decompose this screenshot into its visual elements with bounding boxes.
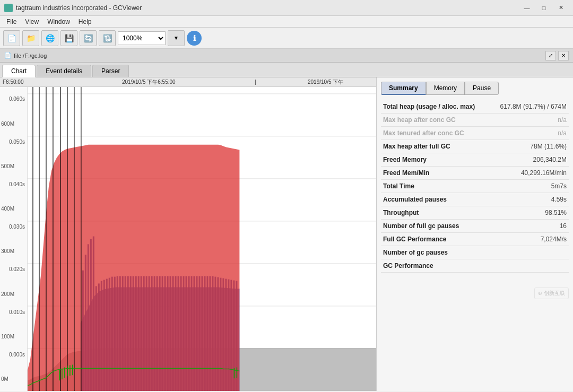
time-label-2: | [255,79,256,85]
summary-label-10: Full GC Performance [381,233,484,246]
right-panel: Summary Memory Pause Total heap (usage /… [377,77,573,391]
summary-label-7: Accumulated pauses [381,193,484,206]
summary-value-7: 4.59s [484,193,569,206]
file-path-text: file:/F:/gc.log [14,53,47,59]
svg-marker-70 [28,145,239,391]
open-button[interactable]: 📁 [22,30,39,46]
title-bar: tagtraum industries incorporated - GCVie… [0,0,573,16]
y-axis-memory: 600M 500M 400M 300M 200M 100M 0M 0.060s … [0,87,28,391]
summary-value-8: 98.51% [484,206,569,220]
zoom-down-button[interactable]: ▼ [168,30,185,46]
y-mem-200: 200M [1,291,14,297]
summary-row-12: GC Performance [381,259,569,273]
reload-button[interactable]: 🔃 [99,30,116,46]
summary-value-1: n/a [484,114,569,127]
y-mem-100: 100M [1,333,14,339]
summary-value-0: 617.8M (91.7%) / 674M [484,100,569,114]
y-mem-600: 600M [1,120,14,126]
menu-window[interactable]: Window [43,17,74,27]
menu-help[interactable]: Help [74,17,96,27]
minimize-button[interactable]: — [519,2,535,14]
summary-value-6: 5m7s [484,180,569,193]
summary-value-9: 16 [484,220,569,233]
summary-value-2: n/a [484,127,569,140]
summary-label-8: Throughput [381,206,484,220]
menu-file[interactable]: File [2,17,21,27]
summary-tab-summary[interactable]: Summary [381,82,426,95]
window-controls: — □ ✕ [519,2,569,14]
tab-event-details[interactable]: Event details [37,65,91,77]
summary-row-11: Number of gc pauses [381,246,569,259]
summary-label-9: Number of full gc pauses [381,220,484,233]
web-button[interactable]: 🌐 [41,30,58,46]
summary-tab-pause[interactable]: Pause [465,82,499,95]
summary-table: Total heap (usage / alloc. max) 617.8M (… [381,100,569,273]
summary-label-12: GC Performance [381,259,484,273]
save-button[interactable]: 💾 [60,30,77,46]
time-label-1: 2019/10/5 下午6:55:00 [122,79,176,86]
y-time-003: 0.030s [9,224,25,230]
time-label-0: F6:50:00 [3,79,23,85]
tab-chart[interactable]: Chart [2,65,36,77]
summary-row-6: Total Time 5m7s [381,180,569,193]
app-icon [4,4,13,12]
time-label-3: 2019/10/5 下午 [308,79,343,86]
summary-row-0: Total heap (usage / alloc. max) 617.8M (… [381,100,569,114]
y-time-006: 0.060s [9,96,25,102]
summary-row-1: Max heap after conc GC n/a [381,114,569,127]
summary-tab-memory[interactable]: Memory [426,82,465,95]
summary-value-10: 7,024M/s [484,233,569,246]
file-icon: 📄 [4,52,12,59]
file-ctrl-close[interactable]: ✕ [558,51,569,60]
zoom-select[interactable]: 100% 200% 500% 1000% 2000% [118,31,166,45]
y-mem-0: 0M [1,376,8,382]
summary-label-11: Number of gc pauses [381,246,484,259]
summary-value-3: 78M (11.6%) [484,140,569,153]
summary-value-12 [484,259,569,273]
summary-label-2: Max tenured after conc GC [381,127,484,140]
summary-row-3: Max heap after full GC 78M (11.6%) [381,140,569,153]
summary-row-10: Full GC Performance 7,024M/s [381,233,569,246]
chart-area[interactable]: F6:50:00 2019/10/5 下午6:55:00 | 2019/10/5… [0,77,377,391]
y-time-000: 0.000s [9,351,25,357]
menu-bar: File View Window Help [0,16,573,28]
watermark-area: ⊕ 创新互联 [381,278,569,299]
info-button[interactable]: ℹ [187,31,202,46]
window-title: tagtraum industries incorporated - GCVie… [16,4,142,12]
gc-chart-svg [28,87,376,391]
file-bar: 📄 file:/F:/gc.log ⤢ ✕ [0,49,573,63]
summary-label-6: Total Time [381,180,484,193]
summary-label-5: Freed Mem/Min [381,167,484,180]
menu-view[interactable]: View [21,17,43,27]
file-ctrl-expand[interactable]: ⤢ [545,51,556,60]
summary-row-9: Number of full gc pauses 16 [381,220,569,233]
chart-plot[interactable] [28,87,376,391]
summary-tab-bar: Summary Memory Pause [381,82,569,95]
y-time-002: 0.020s [9,266,25,272]
summary-row-2: Max tenured after conc GC n/a [381,127,569,140]
close-button[interactable]: ✕ [553,2,569,14]
summary-value-11 [484,246,569,259]
summary-label-3: Max heap after full GC [381,140,484,153]
summary-row-8: Throughput 98.51% [381,206,569,220]
summary-label-1: Max heap after conc GC [381,114,484,127]
tab-parser[interactable]: Parser [92,65,129,77]
maximize-button[interactable]: □ [536,2,552,14]
summary-row-4: Freed Memory 206,340.2M [381,153,569,167]
tab-bar: Chart Event details Parser [0,63,573,77]
summary-label-4: Freed Memory [381,153,484,167]
y-mem-400: 400M [1,206,14,212]
summary-row-7: Accumulated pauses 4.59s [381,193,569,206]
summary-row-5: Freed Mem/Min 40,299.16M/min [381,167,569,180]
y-mem-300: 300M [1,248,14,254]
main-content: F6:50:00 2019/10/5 下午6:55:00 | 2019/10/5… [0,77,573,391]
y-time-001: 0.010s [9,309,25,315]
time-axis: F6:50:00 2019/10/5 下午6:55:00 | 2019/10/5… [0,77,376,87]
summary-label-0: Total heap (usage / alloc. max) [381,100,484,114]
refresh-button[interactable]: 🔄 [80,30,97,46]
watermark: ⊕ 创新互联 [534,288,569,299]
new-button[interactable]: 📄 [3,30,20,46]
y-time-005: 0.050s [9,138,25,144]
chart-body: 600M 500M 400M 300M 200M 100M 0M 0.060s … [0,87,376,391]
summary-value-5: 40,299.16M/min [484,167,569,180]
